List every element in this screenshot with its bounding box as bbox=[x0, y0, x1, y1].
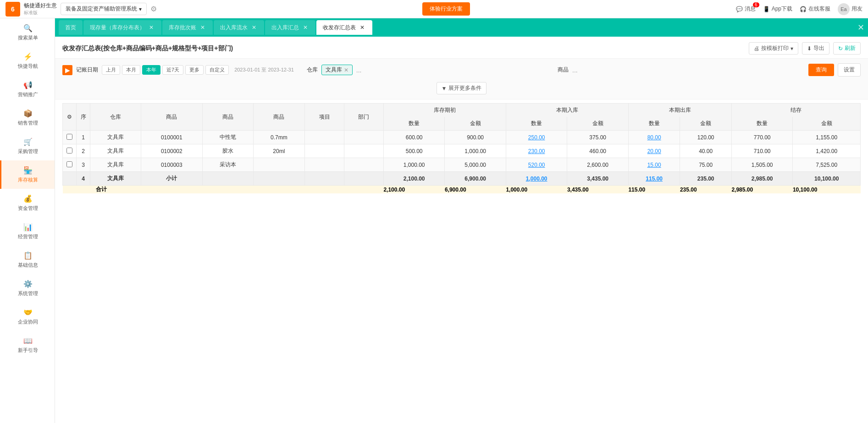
trial-button[interactable]: 体验行业方案 bbox=[422, 2, 470, 16]
table-container: ⚙ 序 仓库 商品 商品 商品 项目 部门 库存期初 本期入库 本期出库 bbox=[55, 99, 868, 197]
tab-stock-dist[interactable]: 现存量（库存分布表） ✕ bbox=[83, 20, 161, 35]
checkbox-2[interactable] bbox=[66, 148, 72, 154]
th-inbound: 本期入库 bbox=[506, 104, 628, 117]
row3-checkbox[interactable] bbox=[63, 158, 77, 172]
row3-project bbox=[305, 158, 344, 172]
row1-product-name: 中性笔 bbox=[202, 131, 253, 144]
date-shortcuts: 上月 本月 本年 近7天 更多 自定义 bbox=[102, 65, 229, 75]
row1-inbound-qty[interactable]: 250.00 bbox=[506, 131, 567, 144]
sidebar-item-basic-info[interactable]: 📋 基础信息 bbox=[0, 246, 55, 274]
app-download-item[interactable]: 📱 App下载 bbox=[763, 5, 792, 13]
goods-filter-label: 商品 bbox=[558, 66, 569, 74]
table-header-top: ⚙ 序 仓库 商品 商品 商品 项目 部门 库存期初 本期入库 本期出库 bbox=[63, 104, 861, 117]
setting-button[interactable]: 设置 bbox=[838, 63, 861, 77]
subtotal-col4 bbox=[202, 172, 253, 186]
tab-batch-close[interactable]: ✕ bbox=[199, 24, 206, 31]
messages-item[interactable]: 💬 消息 6 bbox=[736, 5, 756, 13]
th-closing-qty: 数量 bbox=[731, 117, 793, 131]
user-label: 用友 bbox=[851, 5, 862, 13]
sidebar-item-system[interactable]: ⚙️ 系统管理 bbox=[0, 274, 55, 302]
tab-recv-send-close[interactable]: ✕ bbox=[359, 24, 366, 31]
row2-outbound-qty[interactable]: 20.00 bbox=[628, 144, 680, 158]
tab-recv-send[interactable]: 收发存汇总表 ✕ bbox=[316, 20, 372, 35]
row1-checkbox[interactable] bbox=[63, 131, 77, 144]
sidebar-item-operations[interactable]: 📊 经营管理 bbox=[0, 217, 55, 246]
date-btn-more[interactable]: 更多 bbox=[185, 65, 204, 75]
export-label: 导出 bbox=[813, 44, 824, 52]
sidebar-item-marketing[interactable]: 📢 营销推广 bbox=[0, 75, 55, 104]
sidebar-item-sales[interactable]: 📦 销售管理 bbox=[0, 104, 55, 132]
tab-inout-summary[interactable]: 出入库汇总 ✕ bbox=[265, 20, 315, 35]
row3-outbound-qty[interactable]: 15.00 bbox=[628, 158, 680, 172]
total-label: 合计 bbox=[90, 186, 384, 194]
th-closing: 结存 bbox=[731, 104, 860, 117]
row2-inbound-qty[interactable]: 230.00 bbox=[506, 144, 567, 158]
online-service-item[interactable]: 🎧 在线客服 bbox=[800, 5, 830, 13]
subtotal-outbound-qty[interactable]: 115.00 bbox=[628, 172, 680, 186]
tab-home[interactable]: 首页 bbox=[59, 20, 83, 35]
row1-opening-qty: 600.00 bbox=[383, 131, 445, 144]
gear-icon[interactable]: ⚙ bbox=[150, 5, 157, 13]
online-service-label: 在线客服 bbox=[808, 5, 830, 13]
date-btn-7days[interactable]: 近7天 bbox=[162, 65, 183, 75]
sidebar-item-finance[interactable]: 💰 资金管理 bbox=[0, 189, 55, 217]
print-button[interactable]: 🖨 按模板打印 ▾ bbox=[749, 42, 798, 55]
filter-expand-button[interactable]: ▶ bbox=[62, 65, 72, 75]
date-btn-this-year[interactable]: 本年 bbox=[142, 65, 160, 75]
app-info: 畅捷通好生意 标准版 bbox=[24, 2, 57, 16]
subtotal-inbound-qty[interactable]: 1,000.00 bbox=[506, 172, 567, 186]
warehouse-tag-close[interactable]: ✕ bbox=[344, 67, 348, 73]
query-button[interactable]: 查询 bbox=[808, 64, 834, 76]
th-settings[interactable]: ⚙ bbox=[63, 104, 77, 131]
row3-inbound-qty[interactable]: 520.00 bbox=[506, 158, 567, 172]
tab-stock-dist-close[interactable]: ✕ bbox=[148, 24, 155, 31]
page-body: 收发存汇总表(按仓库+商品编码+商品+规格型号+项目+部门) 🖨 按模板打印 ▾… bbox=[55, 37, 868, 423]
tab-inout-summary-close[interactable]: ✕ bbox=[302, 24, 309, 31]
tab-batch[interactable]: 库存批次账 ✕ bbox=[162, 20, 213, 35]
system-selector[interactable]: 装备及固定资产辅助管理系统 ▾ bbox=[61, 3, 147, 15]
row2-opening-qty: 500.00 bbox=[383, 144, 445, 158]
sidebar-label-operations: 经营管理 bbox=[18, 233, 38, 240]
row1-outbound-amt: 120.00 bbox=[680, 131, 732, 144]
total-opening-qty: 2,100.00 bbox=[383, 186, 445, 194]
goods-more-btn[interactable]: ... bbox=[572, 66, 578, 74]
sidebar-item-guide[interactable]: 📖 新手引导 bbox=[0, 331, 55, 359]
sidebar-label-system: 系统管理 bbox=[18, 290, 38, 297]
export-button[interactable]: ⬇ 导出 bbox=[802, 42, 829, 55]
row2-outbound-amt: 40.00 bbox=[680, 144, 732, 158]
filter-bar: ▶ 记账日期 上月 本月 本年 近7天 更多 自定义 2023-01-01 至 … bbox=[55, 59, 868, 99]
date-btn-last-month[interactable]: 上月 bbox=[102, 65, 120, 75]
row1-outbound-qty[interactable]: 80.00 bbox=[628, 131, 680, 144]
sidebar-item-inventory[interactable]: 🏪 库存核算 bbox=[0, 160, 55, 189]
warehouse-more-btn[interactable]: ... bbox=[356, 66, 362, 74]
sidebar-item-quick-nav[interactable]: ⚡ 快捷导航 bbox=[0, 47, 55, 75]
table-settings-icon[interactable]: ⚙ bbox=[67, 114, 72, 120]
sidebar-label-finance: 资金管理 bbox=[18, 205, 38, 212]
print-icon: 🖨 bbox=[754, 45, 759, 52]
messages-badge: 6 bbox=[753, 2, 759, 7]
row3-product-name: 采访本 bbox=[202, 158, 253, 172]
global-close-button[interactable]: ✕ bbox=[857, 22, 864, 33]
row1-project bbox=[305, 131, 344, 144]
date-btn-this-month[interactable]: 本月 bbox=[122, 65, 140, 75]
row3-inbound-amt: 2,600.00 bbox=[567, 158, 629, 172]
row2-checkbox[interactable] bbox=[63, 144, 77, 158]
warehouse-tag-area: 文具库 ✕ ... bbox=[321, 65, 545, 75]
refresh-button[interactable]: ↻ 刷新 bbox=[833, 42, 861, 55]
user-item[interactable]: Ea 用友 bbox=[838, 3, 862, 15]
warehouse-tag[interactable]: 文具库 ✕ bbox=[321, 65, 353, 75]
total-outbound-qty: 115.00 bbox=[628, 186, 680, 194]
sidebar-item-collab[interactable]: 🤝 企业协同 bbox=[0, 302, 55, 331]
th-product-name: 商品 bbox=[202, 104, 253, 131]
sidebar-item-search[interactable]: 🔍 搜索菜单 bbox=[0, 18, 55, 47]
sidebar-item-purchase[interactable]: 🛒 采购管理 bbox=[0, 132, 55, 160]
row2-project bbox=[305, 144, 344, 158]
tab-inout-flow-close[interactable]: ✕ bbox=[250, 24, 258, 31]
tab-inout-flow[interactable]: 出入库流水 ✕ bbox=[214, 20, 264, 35]
checkbox-1[interactable] bbox=[66, 134, 72, 140]
th-closing-amt: 金额 bbox=[793, 117, 861, 131]
print-label: 按模板打印 bbox=[761, 44, 789, 52]
expand-more-button[interactable]: ▼ 展开更多条件 bbox=[437, 82, 487, 94]
date-btn-custom[interactable]: 自定义 bbox=[205, 65, 229, 75]
checkbox-3[interactable] bbox=[66, 161, 72, 167]
